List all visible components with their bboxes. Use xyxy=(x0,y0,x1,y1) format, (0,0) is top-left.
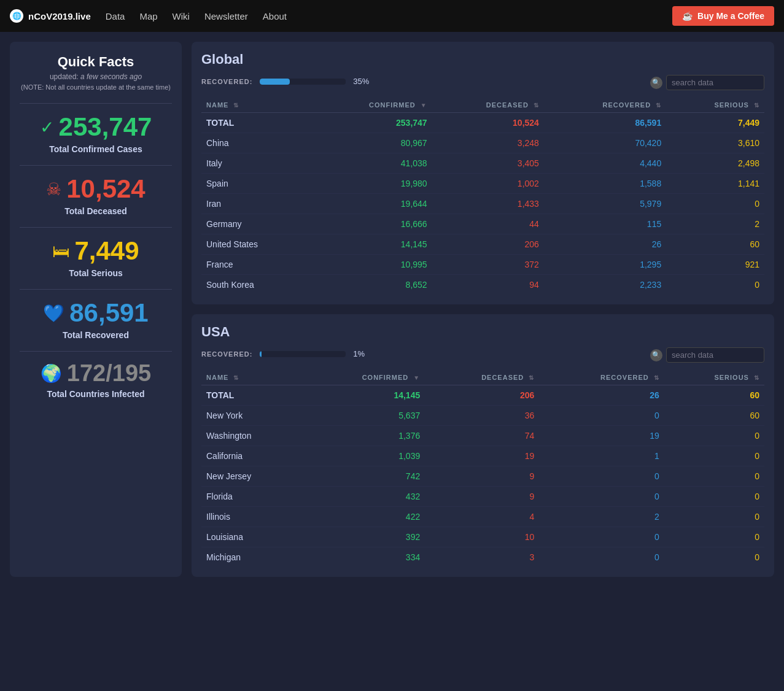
cell-deceased: 3,405 xyxy=(432,153,544,174)
cell-confirmed: 10,995 xyxy=(311,255,432,275)
countries-infected: 172 xyxy=(67,360,106,386)
usa-col-confirmed[interactable]: CONFIRMED ▼ xyxy=(301,370,425,385)
cell-deceased: 4 xyxy=(425,507,539,527)
quick-facts-title: Quick Facts xyxy=(20,54,172,70)
cell-serious: 0 xyxy=(666,275,764,295)
table-row: Florida 432 9 0 0 xyxy=(201,487,764,507)
cell-recovered: 0 xyxy=(539,527,664,547)
cell-deceased: 74 xyxy=(425,426,539,446)
cell-confirmed: 19,980 xyxy=(311,174,432,194)
cell-name: United States xyxy=(201,234,311,255)
deceased-number: 10,524 xyxy=(66,174,145,204)
usa-search-input[interactable] xyxy=(666,347,764,363)
cell-serious: 0 xyxy=(664,547,764,568)
table-row: Italy 41,038 3,405 4,440 2,498 xyxy=(201,153,764,174)
cell-serious: 0 xyxy=(664,527,764,547)
cell-recovered: 26 xyxy=(544,234,666,255)
cell-recovered: 19 xyxy=(539,426,664,446)
cell-deceased: 44 xyxy=(432,214,544,234)
countries-label: Total Countries Infected xyxy=(20,389,172,399)
cell-confirmed: 1,039 xyxy=(301,446,425,466)
cell-name: Florida xyxy=(201,487,301,507)
deceased-label: Total Deceased xyxy=(20,206,172,216)
cell-serious: 7,449 xyxy=(666,113,764,133)
cell-deceased: 206 xyxy=(425,385,539,406)
nav-wiki[interactable]: Wiki xyxy=(173,11,190,21)
countries-number: 172/195 xyxy=(67,360,151,387)
global-search-icon: 🔍 xyxy=(650,77,662,89)
nav-newsletter[interactable]: Newsletter xyxy=(204,11,248,21)
cell-recovered: 0 xyxy=(539,487,664,507)
cell-confirmed: 8,652 xyxy=(311,275,432,295)
buy-coffee-label: Buy Me a Coffee xyxy=(697,11,764,21)
cell-deceased: 9 xyxy=(425,466,539,487)
cell-deceased: 19 xyxy=(425,446,539,466)
main-layout: Quick Facts updated: a few seconds ago (… xyxy=(0,32,784,587)
cell-name: South Korea xyxy=(201,275,311,295)
table-row: TOTAL 14,145 206 26 60 xyxy=(201,385,764,406)
cell-serious: 2,498 xyxy=(666,153,764,174)
cell-recovered: 86,591 xyxy=(544,113,666,133)
nav-map[interactable]: Map xyxy=(139,11,157,21)
cell-serious: 0 xyxy=(664,426,764,446)
global-col-name[interactable]: NAME ⇅ xyxy=(201,98,311,113)
buy-coffee-button[interactable]: ☕ Buy Me a Coffee xyxy=(672,6,774,26)
global-search-input[interactable] xyxy=(666,75,764,90)
global-recovered-bar: RECOVERED: 35% xyxy=(201,77,369,86)
cell-deceased: 9 xyxy=(425,487,539,507)
global-search-row: 🔍 xyxy=(650,75,764,90)
cell-confirmed: 253,747 xyxy=(311,113,432,133)
cell-confirmed: 432 xyxy=(301,487,425,507)
quick-facts-updated: updated: a few seconds ago xyxy=(20,72,172,81)
cell-serious: 0 xyxy=(666,194,764,214)
cell-deceased: 3,248 xyxy=(432,133,544,153)
table-row: TOTAL 253,747 10,524 86,591 7,449 xyxy=(201,113,764,133)
cell-name: Iran xyxy=(201,194,311,214)
cell-serious: 3,610 xyxy=(666,133,764,153)
table-row: South Korea 8,652 94 2,233 0 xyxy=(201,275,764,295)
cell-name: California xyxy=(201,446,301,466)
table-row: California 1,039 19 1 0 xyxy=(201,446,764,466)
cell-name: Washington xyxy=(201,426,301,446)
cell-deceased: 3 xyxy=(425,547,539,568)
cell-recovered: 2 xyxy=(539,507,664,527)
cell-confirmed: 14,145 xyxy=(301,385,425,406)
cell-serious: 0 xyxy=(664,487,764,507)
cell-recovered: 0 xyxy=(539,406,664,426)
logo-icon: 🌐 xyxy=(10,9,23,23)
cell-deceased: 1,002 xyxy=(432,174,544,194)
usa-recovered-label: RECOVERED: xyxy=(201,350,252,358)
cell-confirmed: 392 xyxy=(301,527,425,547)
cell-recovered: 2,233 xyxy=(544,275,666,295)
cell-deceased: 10,524 xyxy=(432,113,544,133)
countries-total: 195 xyxy=(112,360,151,386)
usa-table: NAME ⇅ CONFIRMED ▼ DECEASED ⇅ RECOVERED … xyxy=(201,370,764,567)
cell-serious: 0 xyxy=(664,446,764,466)
cell-serious: 0 xyxy=(664,466,764,487)
global-col-recovered[interactable]: RECOVERED ⇅ xyxy=(544,98,666,113)
usa-progress-track xyxy=(260,351,346,357)
serious-icon: 🛏 xyxy=(52,241,69,261)
global-title: Global xyxy=(201,52,764,68)
usa-col-serious[interactable]: SERIOUS ⇅ xyxy=(664,370,764,385)
table-row: Louisiana 392 10 0 0 xyxy=(201,527,764,547)
nav-about[interactable]: About xyxy=(263,11,287,21)
global-col-confirmed[interactable]: CONFIRMED ▼ xyxy=(311,98,432,113)
global-col-deceased[interactable]: DECEASED ⇅ xyxy=(432,98,544,113)
table-row: Michigan 334 3 0 0 xyxy=(201,547,764,568)
cell-confirmed: 1,376 xyxy=(301,426,425,446)
site-logo[interactable]: 🌐 nCoV2019.live xyxy=(10,9,91,23)
table-row: France 10,995 372 1,295 921 xyxy=(201,255,764,275)
usa-col-deceased[interactable]: DECEASED ⇅ xyxy=(425,370,539,385)
cell-serious: 60 xyxy=(664,406,764,426)
cell-recovered: 0 xyxy=(539,547,664,568)
serious-number: 7,449 xyxy=(74,236,139,266)
nav-data[interactable]: Data xyxy=(106,11,125,21)
coffee-icon: ☕ xyxy=(682,11,693,21)
global-table-header: NAME ⇅ CONFIRMED ▼ DECEASED ⇅ RECOVERED … xyxy=(201,98,764,113)
countries-stat: 🌍 172/195 Total Countries Infected xyxy=(20,360,172,399)
usa-col-name[interactable]: NAME ⇅ xyxy=(201,370,301,385)
globe-icon: 🌍 xyxy=(41,363,62,384)
usa-col-recovered[interactable]: RECOVERED ⇅ xyxy=(539,370,664,385)
global-col-serious[interactable]: SERIOUS ⇅ xyxy=(666,98,764,113)
